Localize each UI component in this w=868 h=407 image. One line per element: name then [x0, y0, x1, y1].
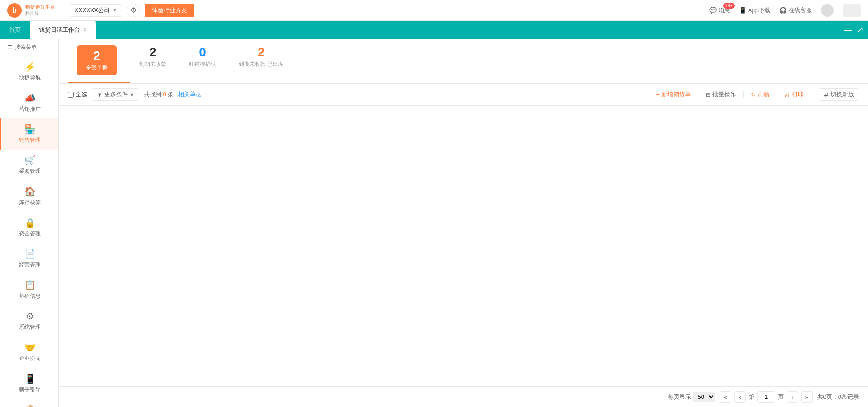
- add-button[interactable]: + 新增销货单: [656, 90, 691, 98]
- filter-icon: ▼: [97, 91, 103, 98]
- content-area: 2 全部单据 2 到期未收款 0 旺铺待确认 2 到期未收款 已出库: [59, 39, 868, 407]
- first-page-button[interactable]: «: [720, 391, 731, 403]
- card-out[interactable]: 2 到期未收款 已出库: [230, 39, 297, 83]
- pagination: 每页显示 50 « ‹ 第 页 › » 共0页，0条记录: [59, 386, 868, 407]
- purchase-label: 采购管理: [19, 168, 41, 175]
- logo-text: 畅捷通好生意 标准版: [25, 4, 55, 16]
- sidebar-item-basics[interactable]: 📋 基础信息: [0, 274, 58, 305]
- related-link[interactable]: 相关单据: [178, 90, 202, 98]
- basics-label: 基础信息: [19, 292, 41, 300]
- service-icon: 🎧: [779, 7, 787, 14]
- card-overdue[interactable]: 2 到期未收款: [130, 39, 180, 83]
- page-size-area: 每页显示 50: [668, 392, 715, 402]
- refresh-label: 刷新: [758, 90, 769, 98]
- finance-icon: 🔒: [24, 217, 36, 228]
- switch-version-button[interactable]: ⇄ 切换新版: [819, 88, 859, 101]
- settings-button[interactable]: ⚙: [127, 4, 140, 17]
- prev-page-button[interactable]: ‹: [734, 391, 746, 403]
- tab-home[interactable]: 首页: [0, 21, 30, 39]
- sidebar-item-app-center[interactable]: 📦 应用中心: [0, 399, 58, 407]
- page-suffix: 页: [778, 393, 784, 401]
- user-name-area[interactable]: [843, 4, 861, 17]
- sidebar-item-marketing[interactable]: 📣 营销推广: [0, 87, 58, 118]
- card-pending-label: 旺铺待确认: [189, 61, 216, 68]
- sidebar-item-sales[interactable]: 🏪 销售管理: [0, 118, 58, 150]
- card-all-label: 全部单据: [86, 64, 108, 72]
- card-pending-number: 0: [189, 45, 216, 60]
- quick-nav-icon: ⚡: [24, 61, 36, 72]
- sidebar-item-cooperation[interactable]: 🤝 企业协同: [0, 337, 58, 368]
- divider-3: [777, 91, 777, 98]
- add-label: 新增销货单: [661, 90, 691, 98]
- top-right-area: 💬 消息 99+ 📱 App下载 🎧 在线客服: [709, 4, 861, 17]
- select-all-checkbox[interactable]: 全选: [68, 90, 87, 98]
- sidebar-search[interactable]: ☰ 搜索菜单: [0, 39, 58, 56]
- page-input[interactable]: [757, 391, 775, 403]
- last-page-button[interactable]: »: [801, 391, 813, 403]
- top-bar: b 畅捷通好生意 标准版 XXXXXX公司 ▼ ⚙ 体验行业方案 💬 消息 99…: [0, 0, 868, 21]
- app-name: 畅捷通好生意: [25, 4, 55, 10]
- sidebar-item-quick-nav[interactable]: ⚡ 快捷导航: [0, 56, 58, 87]
- avatar[interactable]: [821, 4, 834, 17]
- cooperation-label: 企业协同: [19, 355, 41, 362]
- batch-label: 批量操作: [712, 90, 736, 98]
- main-layout: ☰ 搜索菜单 ⚡ 快捷导航 📣 营销推广 🏪 销售管理 🛒 采购管理 🏠 库存核…: [0, 39, 868, 407]
- switch-label: 切换新版: [830, 90, 854, 98]
- messages-item[interactable]: 💬 消息 99+: [709, 6, 730, 14]
- cooperation-icon: 🤝: [24, 342, 36, 353]
- trial-button[interactable]: 体验行业方案: [145, 4, 194, 17]
- tab-maximize-button[interactable]: ⤢: [857, 25, 863, 35]
- operations-icon: 📄: [24, 248, 36, 259]
- filter-button[interactable]: ▼ 更多条件 ∨: [92, 88, 139, 101]
- inventory-icon: 🏠: [24, 186, 36, 197]
- tab-active-label: 钱货日清工作台: [39, 26, 80, 34]
- sales-label: 销售管理: [19, 136, 41, 144]
- basics-icon: 📋: [24, 280, 36, 290]
- marketing-label: 营销推广: [19, 105, 41, 113]
- refresh-icon: ↻: [751, 91, 756, 98]
- company-arrow-icon: ▼: [113, 8, 117, 13]
- company-selector[interactable]: XXXXXX公司 ▼: [70, 4, 122, 17]
- card-pending[interactable]: 0 旺铺待确认: [180, 39, 230, 83]
- per-page-label: 每页显示: [668, 393, 691, 401]
- print-button[interactable]: 🖨 打印: [784, 90, 804, 98]
- all-checkbox-input[interactable]: [68, 92, 74, 98]
- sidebar-item-guide[interactable]: 📱 新手引导: [0, 368, 58, 399]
- operations-label: 经营管理: [19, 261, 41, 269]
- app-download-label: App下载: [748, 6, 770, 14]
- tab-close-icon[interactable]: ×: [84, 27, 87, 33]
- toolbar: 全选 ▼ 更多条件 ∨ 共找到 0 条 相关单据 + 新增销货单: [59, 84, 868, 106]
- refresh-button[interactable]: ↻ 刷新: [751, 90, 769, 98]
- add-icon: +: [656, 91, 660, 98]
- card-all[interactable]: 2 全部单据: [68, 39, 130, 83]
- card-out-number: 2: [239, 45, 283, 60]
- sales-icon: 🏪: [24, 124, 36, 135]
- toolbar-left: 全选 ▼ 更多条件 ∨ 共找到 0 条 相关单据: [68, 88, 202, 101]
- page-label: 第: [749, 393, 755, 401]
- tab-active[interactable]: 钱货日清工作台 ×: [30, 21, 96, 39]
- sidebar-item-operations[interactable]: 📄 经营管理: [0, 243, 58, 274]
- per-page-select[interactable]: 50: [693, 392, 715, 402]
- sidebar-item-purchase[interactable]: 🛒 采购管理: [0, 150, 58, 181]
- divider-4: [811, 91, 811, 98]
- card-out-label: 到期未收款 已出库: [239, 61, 283, 68]
- online-service-item[interactable]: 🎧 在线客服: [779, 6, 812, 14]
- app-download-item[interactable]: 📱 App下载: [739, 6, 770, 14]
- sidebar-item-finance[interactable]: 🔒 资金管理: [0, 212, 58, 243]
- sidebar: ☰ 搜索菜单 ⚡ 快捷导航 📣 营销推广 🏪 销售管理 🛒 采购管理 🏠 库存核…: [0, 39, 59, 407]
- nav-tabs: 首页 钱货日清工作台 × — ⤢: [0, 21, 868, 39]
- app-center-icon: 📦: [24, 404, 36, 407]
- card-overdue-number: 2: [139, 45, 166, 60]
- tab-minimize-button[interactable]: —: [844, 25, 852, 35]
- download-icon: 📱: [739, 7, 746, 14]
- search-icon: ☰: [7, 44, 12, 51]
- app-version: 标准版: [25, 10, 55, 17]
- table-area: [59, 106, 868, 386]
- batch-button[interactable]: ⊞ 批量操作: [706, 90, 736, 98]
- divider-2: [743, 91, 744, 98]
- sidebar-item-system[interactable]: ⚙ 系统管理: [0, 305, 58, 337]
- next-page-button[interactable]: ›: [787, 391, 798, 403]
- messages-badge: 99+: [723, 3, 735, 9]
- sidebar-item-inventory[interactable]: 🏠 库存核算: [0, 181, 58, 212]
- quick-nav-label: 快捷导航: [19, 74, 41, 82]
